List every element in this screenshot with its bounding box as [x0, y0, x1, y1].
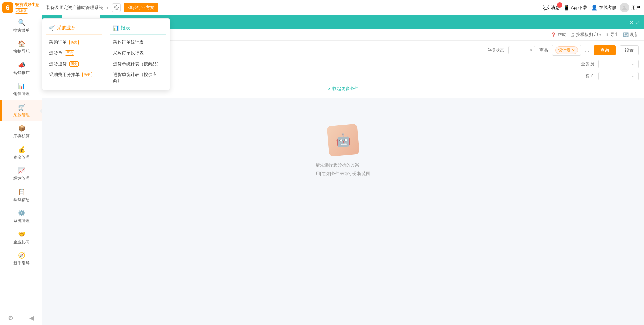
- online-service-button[interactable]: 👤 在线客服: [591, 4, 616, 11]
- message-button[interactable]: 💬 消息 9: [543, 4, 560, 11]
- menu-item-order-exec-label: 采购订单执行表: [113, 50, 144, 56]
- sidebar-item-inventory[interactable]: 📦 库存核算: [0, 121, 42, 143]
- purchase-report-col: 📊 报表 采购订单统计表 采购订单执行表 进货单统计表（按商品） 进货单统计表（…: [106, 23, 170, 86]
- empty-state: 🤖 请先选择要分析的方案 用[过滤]条件来缩小分析范围: [42, 98, 644, 205]
- history-badge-1[interactable]: 历史: [65, 50, 74, 56]
- tab-expand-button[interactable]: ⤢: [636, 19, 640, 26]
- settings-button[interactable]: [112, 3, 121, 12]
- sidebar-item-purchase[interactable]: 🛒 采购管理: [0, 100, 42, 121]
- finance-icon: 💰: [18, 146, 25, 153]
- sidebar-item-search[interactable]: 🔍 搜索菜单: [0, 15, 42, 37]
- sidebar-item-marketing[interactable]: 📣 营销推广: [0, 58, 42, 79]
- menu-item-purchase-order[interactable]: 采购订单 历史: [46, 37, 102, 48]
- inventory-icon: 📦: [18, 125, 25, 132]
- collapse-up-icon: ∧: [328, 86, 331, 91]
- sidebar-item-basic-info[interactable]: 📋 基础信息: [0, 185, 42, 206]
- sidebar-settings-button[interactable]: ⚙: [8, 314, 13, 322]
- customer-select[interactable]: ···: [598, 72, 639, 80]
- industry-button[interactable]: 体验行业方案: [124, 3, 158, 12]
- goods-more-button[interactable]: ...: [585, 47, 589, 53]
- print-icon: 🖨: [570, 32, 575, 37]
- status-dropdown-icon: ▾: [530, 48, 532, 53]
- message-badge: 9: [557, 2, 562, 8]
- sidebar-item-enterprise[interactable]: 🤝 企业协同: [0, 227, 42, 248]
- purchase-biz-title: 🛒 采购业务: [46, 23, 102, 35]
- sidebar-item-guide[interactable]: 🧭 新手引导: [0, 248, 42, 270]
- export-icon: ⬆: [605, 32, 609, 37]
- help-icon: ❓: [551, 32, 556, 37]
- export-label: 导出: [610, 32, 619, 38]
- report-icon: 📊: [113, 25, 119, 31]
- guide-icon: 🧭: [18, 252, 25, 259]
- home-icon: 🏠: [18, 40, 25, 47]
- refresh-button[interactable]: 🔄 刷新: [623, 32, 639, 38]
- goods-tag: 设计素 ✕: [555, 46, 578, 54]
- svg-point-1: [623, 6, 625, 8]
- tab-close-all-button[interactable]: ✕: [629, 19, 634, 26]
- menu-item-order-stat[interactable]: 采购订单统计表: [110, 37, 166, 48]
- system-icon: ⚙️: [18, 209, 25, 217]
- history-badge-3[interactable]: 历史: [82, 72, 92, 77]
- staff-dots: ···: [632, 62, 636, 67]
- sidebar-label-basic-info: 基础信息: [13, 197, 30, 203]
- user-label: 用户: [631, 5, 640, 11]
- sidebar-label-purchase: 采购管理: [13, 112, 30, 118]
- user-menu-button[interactable]: 用户: [620, 3, 640, 12]
- purchase-dropdown-menu: 🛒 采购业务 采购订单 历史 进货单 历史 进货退货 历史 采购费用分摊单 历史: [42, 18, 170, 90]
- export-button[interactable]: ⬆ 导出: [605, 32, 619, 38]
- collapse-label: 收起更多条件: [332, 86, 359, 92]
- sidebar-label-sales: 销售管理: [13, 91, 30, 97]
- sidebar-item-finance[interactable]: 💰 资金管理: [0, 143, 42, 164]
- menu-item-goods-return[interactable]: 进货退货 历史: [46, 58, 102, 69]
- sales-icon: 📊: [18, 82, 25, 90]
- goods-tag-remove[interactable]: ✕: [572, 48, 575, 53]
- sidebar-label-quick-nav: 快捷导航: [13, 49, 30, 54]
- goods-filter[interactable]: 设计素 ✕: [552, 45, 581, 56]
- sidebar-label-inventory: 库存核算: [13, 133, 30, 139]
- app-download-button[interactable]: 📱 App下载: [563, 4, 587, 11]
- sidebar-label-search: 搜索菜单: [13, 28, 30, 33]
- sidebar-collapse-button[interactable]: ◀: [29, 314, 34, 322]
- sidebar-label-guide: 新手引导: [13, 260, 30, 266]
- sidebar-item-operation[interactable]: 📈 经营管理: [0, 164, 42, 185]
- menu-item-receipt-by-supplier[interactable]: 进货单统计表（按供应商）: [110, 69, 166, 86]
- empty-illustration: 🤖: [327, 124, 360, 157]
- menu-item-purchase-cost-label: 采购费用分摊单: [49, 72, 80, 78]
- help-button[interactable]: ❓ 帮助: [551, 32, 566, 38]
- sidebar-label-enterprise: 企业协同: [13, 239, 30, 245]
- dropdown-arrow-icon[interactable]: ▾: [106, 5, 109, 10]
- status-select[interactable]: ▾: [508, 46, 535, 54]
- print-button[interactable]: 🖨 按模板打印 ▾: [570, 32, 601, 38]
- sidebar-item-system[interactable]: ⚙️ 系统管理: [0, 206, 42, 227]
- menu-item-order-stat-label: 采购订单统计表: [113, 39, 144, 45]
- menu-item-purchase-cost[interactable]: 采购费用分摊单 历史: [46, 69, 102, 80]
- svg-point-0: [116, 7, 117, 8]
- app-download-label: App下载: [571, 5, 587, 11]
- history-badge-2[interactable]: 历史: [69, 61, 79, 67]
- menu-item-receipt-by-goods[interactable]: 进货单统计表（按商品）: [110, 58, 166, 69]
- sidebar-label-system: 系统管理: [13, 218, 30, 224]
- set-button[interactable]: 设置: [620, 45, 639, 55]
- sidebar-label-finance: 资金管理: [13, 155, 30, 160]
- purchase-report-title: 📊 报表: [110, 23, 166, 35]
- menu-item-goods-receipt[interactable]: 进货单 历史: [46, 48, 102, 58]
- sidebar-item-quick-nav[interactable]: 🏠 快捷导航: [0, 37, 42, 58]
- history-badge-0[interactable]: 历史: [69, 40, 79, 45]
- help-label: 帮助: [558, 32, 566, 38]
- menu-item-order-exec[interactable]: 采购订单执行表: [110, 48, 166, 58]
- menu-item-receipt-by-supplier-label: 进货单统计表（按供应商）: [113, 72, 163, 84]
- empty-text: 请先选择要分析的方案 用[过滤]条件来缩小分析范围: [316, 161, 370, 178]
- refresh-label: 刷新: [630, 32, 639, 38]
- query-button[interactable]: 查询: [594, 45, 616, 55]
- system-title: 装备及固定资产辅助管理系统: [46, 5, 103, 11]
- empty-line1: 请先选择要分析的方案: [316, 161, 370, 169]
- menu-item-goods-return-label: 进货退货: [49, 61, 67, 67]
- logo-badge: 标准版: [15, 8, 28, 14]
- purchase-biz-icon: 🛒: [49, 25, 55, 31]
- menu-item-receipt-by-goods-label: 进货单统计表（按商品）: [113, 61, 161, 67]
- sidebar-item-sales[interactable]: 📊 销售管理: [0, 79, 42, 100]
- refresh-icon: 🔄: [623, 32, 629, 37]
- staff-select[interactable]: ···: [598, 60, 639, 68]
- empty-line2: 用[过滤]条件来缩小分析范围: [316, 169, 370, 178]
- print-dropdown-icon: ▾: [599, 33, 601, 37]
